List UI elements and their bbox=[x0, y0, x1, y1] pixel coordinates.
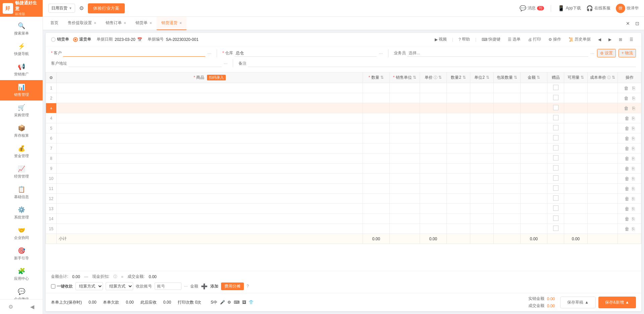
gift-cell[interactable] bbox=[547, 103, 564, 113]
radio-sale[interactable]: 销货单 bbox=[51, 37, 69, 42]
sidebar-item-apps[interactable]: 🧩 应用中心 bbox=[0, 264, 43, 285]
gift-cell[interactable] bbox=[547, 93, 564, 103]
copy-row-btn[interactable]: ⎘ bbox=[631, 85, 636, 91]
one-click-payment-checkbox[interactable]: 一键收款 bbox=[51, 284, 73, 289]
scan-button[interactable]: 扫码录入 bbox=[207, 75, 226, 80]
price-cell[interactable] bbox=[420, 83, 447, 93]
unit2-cell[interactable] bbox=[470, 103, 494, 113]
keyboard-icon2[interactable]: ⌨ bbox=[234, 300, 239, 305]
account-method-select[interactable]: 结算方式 bbox=[106, 282, 133, 290]
delete-row-btn[interactable]: 🗑 bbox=[623, 135, 631, 142]
gift-checkbox[interactable] bbox=[553, 125, 558, 130]
pack-qty-cell[interactable] bbox=[494, 93, 521, 103]
sidebar-item-wechat[interactable]: 💬 企业微信 bbox=[0, 285, 43, 299]
gift-checkbox[interactable] bbox=[553, 215, 558, 221]
radio-return[interactable]: 退货单 bbox=[73, 37, 91, 42]
gift-checkbox[interactable] bbox=[553, 115, 558, 120]
calendar-icon[interactable]: 📅 bbox=[137, 37, 142, 42]
gift-checkbox[interactable] bbox=[553, 195, 558, 201]
gift-checkbox[interactable] bbox=[553, 205, 558, 211]
salesperson-dots[interactable]: ··· bbox=[590, 51, 594, 56]
shirt-icon[interactable]: 👕 bbox=[249, 300, 254, 305]
shortcut-btn[interactable]: ⌨ 快捷键 bbox=[479, 36, 503, 43]
logistics-btn[interactable]: + 物流 bbox=[619, 49, 636, 57]
unit2-cell[interactable] bbox=[470, 83, 494, 93]
unit2-cell[interactable] bbox=[470, 93, 494, 103]
sort-available-icon[interactable]: ⇅ bbox=[581, 75, 584, 80]
sidebar-item-inventory[interactable]: 📦 库存核算 bbox=[0, 121, 43, 141]
sidebar-collapse-btn[interactable]: ◀ bbox=[29, 302, 36, 311]
gift-checkbox[interactable] bbox=[553, 155, 558, 161]
sidebar-item-collab[interactable]: 🤝 企业协同 bbox=[0, 223, 43, 244]
gift-checkbox[interactable] bbox=[553, 85, 558, 90]
price-cell[interactable] bbox=[420, 93, 447, 103]
account-dots[interactable]: ··· bbox=[184, 284, 187, 289]
sort-pack-icon[interactable]: ⇅ bbox=[514, 75, 517, 80]
user-menu[interactable]: 徐 徐泽华 bbox=[616, 4, 639, 13]
save-new-btn[interactable]: 保存&新增 ▲ bbox=[598, 297, 636, 308]
tab-sale-order[interactable]: 销售订单 × bbox=[101, 17, 131, 30]
warehouse-dots[interactable]: ··· bbox=[379, 51, 383, 56]
sidebar-item-purchase[interactable]: 🛒 采购管理 bbox=[0, 101, 43, 121]
sidebar-item-guide[interactable]: 🎯 新手引导 bbox=[0, 244, 43, 264]
price-info-icon[interactable]: ⓘ bbox=[434, 75, 437, 79]
customer-input[interactable] bbox=[63, 50, 205, 57]
pack-qty-cell[interactable] bbox=[494, 103, 521, 113]
available-cell[interactable] bbox=[564, 103, 588, 113]
calc-method-select[interactable]: 结算方式 bbox=[75, 282, 103, 290]
unit-cell[interactable] bbox=[390, 83, 420, 93]
sidebar-item-finance[interactable]: 💰 资金管理 bbox=[0, 141, 43, 162]
table-settings-icon[interactable]: ⚙ bbox=[49, 75, 53, 80]
unit-cell[interactable] bbox=[390, 103, 420, 113]
gift-checkbox[interactable] bbox=[553, 175, 558, 181]
copy-row-btn[interactable]: ⎘ bbox=[631, 145, 636, 152]
sort-price-icon[interactable]: ⇅ bbox=[438, 75, 442, 80]
setting-btn[interactable]: ⚙ 设置 bbox=[597, 49, 616, 57]
remark-input[interactable] bbox=[248, 60, 636, 67]
sort-cost-icon[interactable]: ⇅ bbox=[612, 75, 615, 80]
add-payment-btn[interactable]: ➕ bbox=[201, 283, 208, 290]
cost-info-icon[interactable]: ⓘ bbox=[607, 75, 611, 79]
video-btn[interactable]: ▶ 视频 bbox=[432, 36, 449, 43]
sidebar-item-quick[interactable]: ⚡ 快捷导航 bbox=[0, 39, 43, 60]
delete-row-btn[interactable]: 🗑 bbox=[623, 185, 631, 192]
amount-cell[interactable] bbox=[521, 83, 547, 93]
sidebar-item-sales[interactable]: 📊 销售管理 bbox=[0, 80, 43, 101]
copy-row-btn[interactable]: ⎘ bbox=[631, 115, 636, 122]
payment-checkbox-input[interactable] bbox=[51, 284, 55, 289]
delete-row-btn[interactable]: 🗑 bbox=[623, 175, 631, 182]
qty2-cell[interactable] bbox=[447, 103, 470, 113]
tab-sale-return-close[interactable]: × bbox=[179, 21, 182, 25]
copy-row-btn[interactable]: ⎘ bbox=[631, 175, 636, 182]
gift-checkbox[interactable] bbox=[553, 185, 558, 191]
qty-cell[interactable] bbox=[363, 83, 390, 93]
copy-row-btn[interactable]: ⎘ bbox=[631, 155, 636, 162]
sort-amount-icon[interactable]: ⇅ bbox=[537, 75, 540, 80]
copy-row-btn[interactable]: ⎘ bbox=[631, 95, 636, 102]
image-icon[interactable]: 🖼 bbox=[242, 300, 246, 305]
customer-dots[interactable]: ··· bbox=[207, 51, 211, 56]
warehouse-input[interactable] bbox=[234, 50, 377, 57]
delete-row-btn[interactable]: 🗑 bbox=[623, 105, 630, 112]
topbar-gear-icon[interactable]: ⚙ bbox=[79, 5, 84, 11]
select-btn[interactable]: ☰ 选单 bbox=[505, 36, 523, 43]
tab-sale-goods-close[interactable]: × bbox=[150, 21, 152, 25]
available-cell[interactable] bbox=[564, 83, 588, 93]
app-download-btn[interactable]: 📱 App下载 bbox=[558, 5, 581, 11]
delete-row-btn[interactable]: 🗑 bbox=[623, 195, 631, 202]
next-record-btn[interactable]: ▶ bbox=[606, 36, 614, 43]
tab-restore-btn[interactable]: ⊡ bbox=[633, 19, 641, 27]
discount-info-icon[interactable]: ⓘ bbox=[113, 274, 117, 279]
cost-price-cell[interactable] bbox=[588, 93, 618, 103]
copy-row-btn[interactable]: ⎘ bbox=[631, 185, 636, 192]
gift-checkbox[interactable] bbox=[553, 165, 558, 171]
gift-checkbox[interactable] bbox=[553, 95, 558, 100]
available-cell[interactable] bbox=[564, 93, 588, 103]
delete-row-btn[interactable]: 🗑 bbox=[623, 145, 631, 152]
ime-icon[interactable]: S中 bbox=[211, 300, 217, 305]
sort-qty2-icon[interactable]: ⇅ bbox=[463, 75, 466, 80]
gift-checkbox[interactable] bbox=[553, 226, 558, 231]
salesperson-input[interactable] bbox=[407, 50, 588, 57]
gift-checkbox[interactable] bbox=[553, 145, 558, 150]
qty-cell[interactable] bbox=[363, 103, 390, 113]
